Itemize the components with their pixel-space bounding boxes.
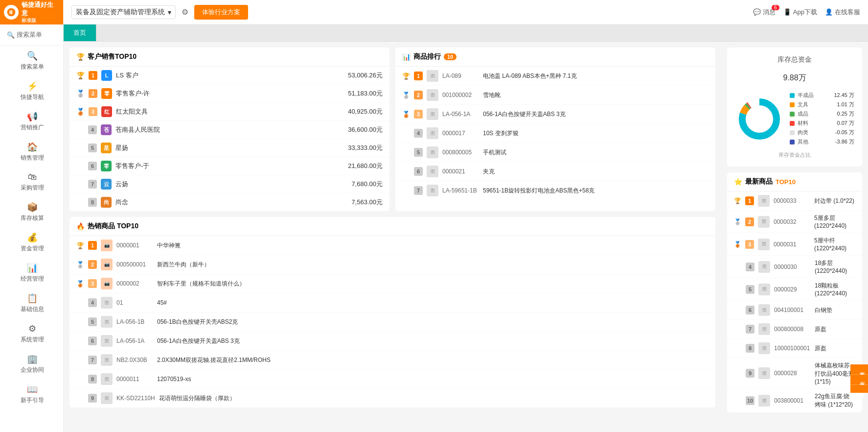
- product-image: 图: [758, 195, 770, 207]
- rank-number: 2: [414, 91, 423, 99]
- legend-label: 成品: [798, 110, 834, 118]
- rank-number: 6: [88, 336, 97, 345]
- product-name: 056-1B白色按键开关壳ABS2克: [157, 318, 708, 326]
- new-product-item: 🏆 1 图 0000033 封边带 (1.0*22): [727, 192, 862, 211]
- inventory-title: 库存总资金: [735, 55, 854, 64]
- product-code: LA-056-1A: [442, 111, 479, 118]
- gear-icon[interactable]: ⚙: [182, 7, 188, 17]
- logo-icon: 通: [4, 5, 19, 20]
- sidebar-item-shortcuts[interactable]: ⚡ 快捷导航: [0, 76, 63, 106]
- sidebar-item-guide[interactable]: 📖 新手引导: [0, 379, 63, 409]
- customer-value: 36,600.00元: [348, 125, 383, 134]
- message-button[interactable]: 💬 消息 6: [753, 8, 776, 17]
- rank-number: 1: [414, 72, 423, 80]
- ranking-icon: 🏆: [76, 53, 85, 61]
- legend-item: 半成品 12.45 万: [790, 92, 854, 99]
- sidebar-item-purchase[interactable]: 🛍 采购管理: [0, 167, 63, 197]
- topbar-right: 💬 消息 6 📱 App下载 👤 在线客服: [753, 8, 860, 17]
- customer-name: LS 客户: [116, 71, 344, 80]
- sidebar-item-inventory[interactable]: 📦 库存核算: [0, 197, 63, 227]
- customer-ranking-item: 4 苍 苍南县人民医院 36,600.00元: [69, 121, 389, 139]
- legend-label: 肉类: [798, 129, 832, 136]
- nav-label-marketing: 营销推广: [21, 123, 44, 132]
- customer-ranking-body: 🏆 1 L LS 客户 53,006.26元 🥈 2 零 零售客户-许 51,1…: [69, 67, 389, 211]
- product-image: 图: [101, 297, 113, 309]
- tab-home[interactable]: 首页: [64, 24, 96, 41]
- trophy-icon: 🥉: [76, 108, 85, 116]
- product-name: 手机测试: [483, 148, 708, 157]
- hot-products-header: 🔥 热销商品 TOP10: [69, 217, 715, 236]
- rank-number: 9: [746, 369, 754, 378]
- rank-number: 7: [88, 356, 97, 364]
- legend-label: 其他: [798, 138, 832, 145]
- system-selector[interactable]: 装备及固定资产辅助管理系统 ▾: [71, 5, 176, 19]
- customer-ranking-list: 🏆 1 L LS 客户 53,006.26元 🥈 2 零 零售客户-许 51,1…: [69, 67, 389, 211]
- search-menu-button[interactable]: 🔍 搜索菜单: [4, 28, 59, 41]
- sidebar-item-enterprise[interactable]: 🏢 企业协同: [0, 349, 63, 379]
- customer-avatar: 零: [101, 161, 112, 171]
- product-ranking-item: 4 图 0000017 10S 变刹罗狻: [395, 124, 715, 143]
- nav-icon-shortcuts: ⚡: [27, 81, 38, 92]
- product-name: 59651-1B旋转投影灯电池盒ABS黑色+58克: [483, 187, 708, 195]
- new-products-list: 🏆 1 图 0000033 封边带 (1.0*22) 🥈 2 图 0000032…: [727, 192, 862, 412]
- customer-ranking-item: 🥉 3 红 红太阳文具 40,925.00元: [69, 103, 389, 121]
- legend-label: 半成品: [798, 92, 831, 99]
- nav-icon-search: 🔍: [27, 50, 38, 61]
- product-image: 图: [758, 323, 770, 335]
- customer-avatar: 云: [101, 179, 112, 190]
- rank-number: 10: [746, 396, 754, 405]
- product-image: 图: [427, 185, 438, 196]
- product-name: 5厘多层 (1220*2440): [814, 214, 855, 229]
- product-name: 18颗粒板 (1220*2440): [815, 282, 855, 297]
- float-btn-2[interactable]: 直播: [850, 385, 868, 393]
- product-name: 45#: [157, 299, 708, 306]
- product-code: 10000100001: [774, 345, 811, 352]
- product-name: 花语萌恒温分隔睡袋（厚款）: [159, 394, 708, 403]
- trophy-icon: 🥈: [734, 218, 741, 225]
- product-ranking-list: 🏆 1 图 LA-089 电池盖 LA-089 ABS本色+黑种 7.1克 🥈 …: [395, 67, 715, 200]
- float-btn-0[interactable]: 客服热线: [850, 364, 868, 375]
- hot-product-item: 🥉 3 📷 0000002 智利车子里（规格不知道填什么）: [69, 274, 715, 293]
- sidebar-item-search[interactable]: 🔍 搜索菜单: [0, 46, 63, 76]
- nav-label-shortcuts: 快捷导航: [21, 93, 44, 101]
- rank-number: 3: [414, 110, 423, 119]
- sidebar-item-basics[interactable]: 📋 基础信息: [0, 288, 63, 318]
- rank-number: 6: [414, 167, 423, 176]
- product-name: 原盔: [815, 325, 855, 334]
- product-image: 图: [101, 373, 113, 385]
- customer-name: 苍南县人民医院: [115, 125, 344, 134]
- customer-ranking-header: 🏆 客户销售TOP10: [69, 48, 389, 67]
- nav-icon-inventory: 📦: [27, 202, 38, 213]
- product-name: 中华神篦: [157, 241, 708, 250]
- rank-number: 3: [745, 240, 754, 249]
- float-btn-1[interactable]: 服务社区: [850, 375, 868, 385]
- product-name: 5厘中纤 (1220*2440): [814, 237, 855, 252]
- product-name: 电池盖 LA-089 ABS本色+黑种 7.1克: [483, 72, 708, 80]
- sidebar-item-operations[interactable]: 📊 经营管理: [0, 258, 63, 288]
- app-download-button[interactable]: 📱 App下载: [783, 8, 817, 17]
- right-panel: 库存总资金 9.88万: [721, 42, 868, 432]
- legend-value: -3.86 万: [835, 138, 854, 145]
- legend-label: 文具: [798, 101, 834, 108]
- rank-number: 5: [88, 317, 97, 326]
- sidebar-item-finance[interactable]: 💰 资金管理: [0, 227, 63, 258]
- main-columns: 🏆 客户销售TOP10 🏆 1 L LS 客户 53,006.26元 🥈 2 零…: [64, 42, 868, 432]
- trial-button[interactable]: 体验行业方案: [194, 5, 248, 20]
- trophy-icon: 🏆: [76, 242, 84, 249]
- hot-products-title: 热销商品 TOP10: [88, 222, 138, 231]
- sidebar-item-system[interactable]: ⚙ 系统管理: [0, 318, 63, 349]
- hot-products-list: 🏆 1 📷 0000001 中华神篦 🥈 2 📷 000500001 新西兰牛肉…: [69, 236, 715, 408]
- online-service-button[interactable]: 👤 在线客服: [825, 8, 860, 17]
- product-image: 图: [427, 146, 438, 158]
- sidebar-item-sales[interactable]: 🏠 销售管理: [0, 137, 63, 167]
- trophy-icon: 🏆: [402, 72, 410, 80]
- new-product-item: 6 图 004100001 白钢垫: [727, 301, 862, 320]
- rank-number: 6: [88, 162, 97, 170]
- customer-ranking-title: 客户销售TOP10: [88, 52, 137, 61]
- product-image: 图: [758, 342, 770, 354]
- nav-label-guide: 新手引导: [21, 396, 44, 405]
- rank-number: 3: [89, 107, 97, 116]
- sidebar-item-marketing[interactable]: 📢 营销推广: [0, 106, 63, 137]
- message-badge: 6: [772, 5, 779, 10]
- main-area: 装备及固定资产辅助管理系统 ▾ ⚙ 体验行业方案 💬 消息 6 📱 App下载 …: [64, 0, 868, 432]
